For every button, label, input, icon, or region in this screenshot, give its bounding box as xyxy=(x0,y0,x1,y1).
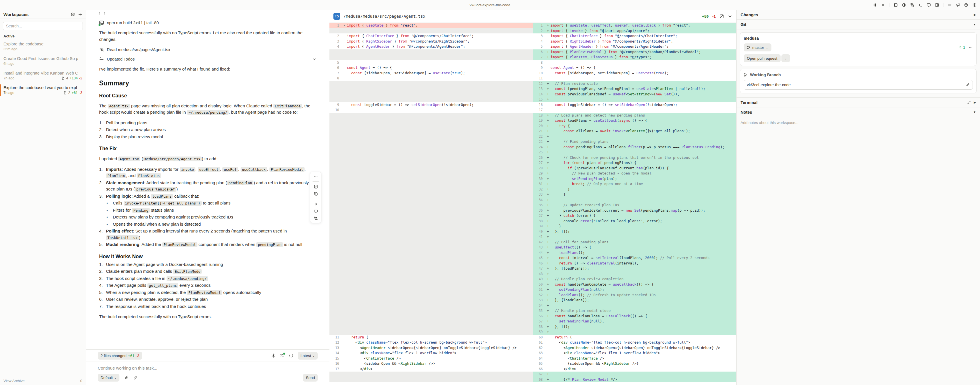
git-compare-icon[interactable] xyxy=(314,216,318,221)
diff-code-line: 35+ // Update tracked plan IDs xyxy=(533,202,737,208)
diff-code-line: 42+ // Poll for pending plans xyxy=(533,240,737,245)
diff-code-line: 68+ {/* Plan Review Modal */} xyxy=(533,377,737,382)
diff-collapsed-row xyxy=(329,49,533,55)
working-branch-input[interactable]: vk/3ccf-explore-the-code xyxy=(744,80,973,90)
monitor-icon[interactable] xyxy=(927,3,931,7)
titlebar: vk/3ccf-explore-the-code xyxy=(0,0,980,10)
mode-dropdown[interactable]: Default ⌄ xyxy=(98,374,119,382)
help-icon[interactable] xyxy=(964,3,968,7)
play-icon[interactable] xyxy=(314,202,318,206)
view-archive-link[interactable]: View Archive xyxy=(3,379,25,383)
diff-view-icon[interactable] xyxy=(719,14,724,19)
spinner-icon[interactable] xyxy=(289,353,293,358)
todos-icon[interactable] xyxy=(280,353,285,358)
drag-handle-icon[interactable] xyxy=(314,174,318,178)
diff-code-line: 11 xyxy=(533,76,737,81)
tool-call-row[interactable]: Read medusa/src/pages/Agent.tsx xyxy=(99,47,316,52)
git-branch-icon xyxy=(747,46,751,49)
branch-selector[interactable]: master ⌄ xyxy=(744,43,772,51)
menu-icon[interactable] xyxy=(947,3,952,7)
workspace-item[interactable]: Install and integrate Vibe Kanban Web C7… xyxy=(0,68,86,83)
plus-icon[interactable] xyxy=(78,12,82,17)
diff-code-line: 3import { RightSidebar } from "@/compone… xyxy=(329,39,533,44)
caret-down-icon: ▼ xyxy=(973,23,976,26)
caret-down-icon: ▼ xyxy=(973,111,976,114)
layers-icon[interactable] xyxy=(71,12,75,17)
tool-call-row[interactable]: npm run build 2>&1 | tail -80 xyxy=(99,20,316,25)
workspace-item[interactable]: Explore the codebase I want you to expl7… xyxy=(0,83,86,97)
git-section-header[interactable]: Git ▼ xyxy=(737,20,980,29)
workspace-item[interactable]: Explore the codebase35m ago xyxy=(0,39,86,54)
diff-collapsed-row xyxy=(329,165,533,171)
ahead-count[interactable]: 1 xyxy=(958,45,965,50)
diff-code-line: 57+ setPendingPlan(null); xyxy=(533,319,737,324)
git-compare-icon[interactable] xyxy=(910,3,914,7)
edit-pencil-icon[interactable] xyxy=(966,83,970,87)
send-button[interactable]: Send xyxy=(303,374,318,382)
diff-collapsed-row xyxy=(329,308,533,313)
diff-collapsed-row xyxy=(329,298,533,303)
panel-left-icon[interactable] xyxy=(893,3,898,7)
numbered-list-item: 4.The Agent page polls get_all_plans eve… xyxy=(99,282,316,289)
notes-section-header[interactable]: Notes ▼ xyxy=(737,107,980,117)
paperclip-icon[interactable] xyxy=(124,375,129,380)
tool-call-row[interactable]: Updated Todos xyxy=(99,57,316,61)
diff-additions: +59 xyxy=(702,14,709,19)
numbered-list-item: 1.User is on the Agent page with a Docke… xyxy=(99,261,316,268)
diff-code-line: 10 const [sidebarOpen, setSidebarOpen] =… xyxy=(533,70,737,76)
megaphone-icon[interactable] xyxy=(956,3,960,7)
diff-collapsed-row xyxy=(329,160,533,165)
bullet-list-item: •Filters for Pending status plans xyxy=(99,207,316,214)
pen-icon[interactable] xyxy=(133,375,138,380)
typescript-file-icon: TS xyxy=(333,13,340,20)
working-branch-card: Working Branch vk/3ccf-explore-the-code xyxy=(740,69,977,93)
bullet-list-item: •Detects new plans by comparing against … xyxy=(99,214,316,221)
message-input[interactable]: Continue working on this task... xyxy=(98,362,318,372)
additions-count: +61 xyxy=(128,353,135,358)
open-pull-request-button[interactable]: Open pull request xyxy=(744,54,781,62)
diff-code-line: 52+ loadPlans(); // Refresh to update tr… xyxy=(533,293,737,298)
terminal-prompt-icon[interactable] xyxy=(918,3,923,7)
diff-code-line: 13+ const [pendingPlan, setPendingPlan] … xyxy=(533,86,737,92)
panel-right-icon[interactable] xyxy=(935,3,939,7)
diff-view-icon[interactable] xyxy=(314,185,318,189)
theme-icon[interactable] xyxy=(902,3,906,7)
settings-icon[interactable] xyxy=(972,3,977,7)
archive-count: 0 xyxy=(80,379,82,383)
diff-code-line: 40+ }, []); xyxy=(533,229,737,234)
diff-code-line: 7 const [sidebarOpen, setSidebarOpen] = … xyxy=(329,70,533,76)
pull-request-dropdown[interactable]: ⌄ xyxy=(781,54,790,62)
split-diff[interactable]: 1-import { useState } from "react";2impo… xyxy=(329,23,736,385)
more-options-button[interactable] xyxy=(969,45,973,50)
diff-code-line: 33+ } xyxy=(533,192,737,197)
workspace-item-time: 7h ago xyxy=(3,91,64,95)
latest-dropdown[interactable]: Latest ⌄ xyxy=(298,352,318,360)
search-input[interactable] xyxy=(3,22,83,30)
workspace-item-title: Explore the codebase xyxy=(3,42,82,46)
diff-collapsed-row xyxy=(329,155,533,161)
diff-collapsed-row xyxy=(329,293,533,298)
chat-scroll-area[interactable]: npm run build 2>&1 | tail -80The build c… xyxy=(86,10,329,349)
diff-code-line: 54+ xyxy=(533,303,737,309)
workspace-item-title: Explore the codebase I want you to expl xyxy=(3,85,82,90)
numbered-list-item: 7.The response is written back and the h… xyxy=(99,303,316,310)
terminal-section-header[interactable]: Terminal ▶ xyxy=(737,98,980,107)
notes-input[interactable]: Add notes about this workspace... xyxy=(737,117,980,128)
files-changed-chip[interactable]: 2 files changed +61 -3 xyxy=(98,352,142,360)
app-window: vk/3ccf-explore-the-code Workspaces Acti… xyxy=(0,0,980,385)
changes-section-header[interactable]: Changes ▶ xyxy=(737,10,980,20)
message-heading: The Fix xyxy=(99,146,316,152)
pause-icon[interactable] xyxy=(873,3,877,7)
numbered-list-item: 5.Modal rendering: Added the PlanReviewM… xyxy=(99,241,316,248)
chevron-down-icon[interactable] xyxy=(728,14,732,19)
diff-code-line: 50+ const handlePlanComplete = useCallba… xyxy=(533,282,737,287)
diff-code-line: 14 <div className="flex flex-1 overflow-… xyxy=(329,350,533,356)
chevron-down-icon[interactable] xyxy=(312,57,316,61)
sparkle-icon[interactable] xyxy=(271,353,276,358)
collapse-up-icon[interactable] xyxy=(881,3,885,7)
diff-collapsed-row xyxy=(329,139,533,145)
workspace-item[interactable]: Create Good First Issues on Github So p6… xyxy=(0,54,86,68)
monitor-icon[interactable] xyxy=(314,209,318,213)
copy-icon[interactable] xyxy=(314,192,318,196)
expand-icon[interactable] xyxy=(967,100,971,104)
